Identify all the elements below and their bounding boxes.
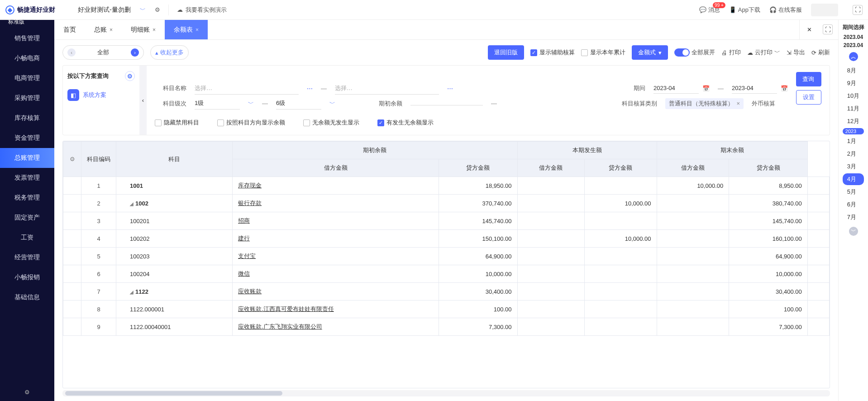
close-all-tabs-icon[interactable]: ✕: [799, 20, 819, 39]
period-selected-from[interactable]: 2023.04: [844, 33, 863, 41]
calendar-icon[interactable]: 📅: [702, 85, 710, 92]
show-year-cumulative-checkbox[interactable]: 显示本年累计: [581, 48, 625, 57]
fullscreen-icon[interactable]: ⛶: [853, 5, 863, 15]
period-from-input[interactable]: 2023-04: [653, 83, 699, 94]
period-scroll-up-icon[interactable]: ︽: [849, 52, 858, 61]
period-scroll-down-icon[interactable]: ︾: [849, 227, 858, 236]
scrollbar-thumb[interactable]: [65, 391, 282, 396]
subject-to-picker-icon[interactable]: ⋯: [447, 85, 453, 92]
month-item[interactable]: 5月: [843, 186, 864, 198]
horizontal-scrollbar[interactable]: [62, 390, 830, 396]
by-direction-checkbox[interactable]: 按照科目方向显示余额: [217, 119, 285, 127]
subject-link[interactable]: 微信: [238, 270, 250, 277]
month-item[interactable]: 6月: [843, 199, 864, 210]
system-scheme-item[interactable]: ◧ 系统方案: [67, 89, 135, 101]
month-item[interactable]: 9月: [843, 77, 864, 89]
sidebar-item[interactable]: 库存核算: [0, 108, 54, 128]
sidebar-item[interactable]: 小畅电商: [0, 48, 54, 68]
month-item[interactable]: 7月: [843, 211, 864, 223]
tab[interactable]: 明细账×: [122, 20, 165, 39]
table-row[interactable]: 91122.00040001应收账款.广东飞翔实业有限公司7,300.007,3…: [63, 318, 830, 336]
tab[interactable]: 余额表×: [165, 20, 208, 39]
expand-icon[interactable]: ◢: [130, 201, 134, 206]
subject-to-input[interactable]: 选择…: [335, 82, 439, 95]
filter-scope-pill[interactable]: ‹ 全部 ›: [62, 45, 144, 60]
sidebar-item[interactable]: 销售管理: [0, 29, 54, 48]
collapse-more-button[interactable]: ▴ 收起更多: [150, 45, 189, 60]
table-row[interactable]: 3100201招商145,740.00145,740.00: [63, 212, 830, 230]
expand-all-toggle[interactable]: 全部展开: [674, 48, 715, 57]
month-item[interactable]: 10月: [843, 90, 864, 102]
level-from-select[interactable]: 1级: [195, 97, 240, 110]
messages-button[interactable]: 💬 消息 99 +: [699, 6, 720, 14]
table-row[interactable]: 6100204微信10,000.0010,000.00: [63, 265, 830, 283]
table-row[interactable]: 81122.000001应收账款.江西真可爱布娃娃有限责任100.00100.0…: [63, 301, 830, 318]
demo-link[interactable]: ☁ 我要看实例演示: [177, 6, 227, 14]
calendar-icon[interactable]: 📅: [781, 85, 788, 92]
sidebar-item[interactable]: 固定资产: [0, 208, 54, 228]
sidebar-item[interactable]: 基础信息: [0, 287, 54, 307]
month-item[interactable]: 2月: [843, 148, 864, 160]
sidebar-item[interactable]: 税务管理: [0, 188, 54, 208]
show-aux-checkbox[interactable]: ✓ 显示辅助核算: [530, 48, 575, 57]
month-item[interactable]: 12月: [843, 115, 864, 127]
opening-balance-input[interactable]: [410, 101, 483, 105]
subject-link[interactable]: 银行存款: [238, 200, 262, 206]
sidebar-item[interactable]: 工资: [0, 228, 54, 248]
back-old-version-button[interactable]: 退回旧版: [488, 45, 524, 60]
occur-no-balance-checkbox[interactable]: ✓ 有发生无余额显示: [377, 119, 434, 127]
month-item[interactable]: 11月: [843, 103, 864, 115]
sidebar-item[interactable]: 小畅报销: [0, 267, 54, 287]
period-selected-to[interactable]: 2023.04: [844, 41, 863, 49]
sidebar-item[interactable]: 总账管理: [0, 148, 54, 168]
subject-link[interactable]: 库存现金: [238, 182, 262, 189]
collapse-query-left-icon[interactable]: ‹: [139, 65, 147, 135]
close-tab-icon[interactable]: ×: [153, 27, 156, 33]
expand-icon[interactable]: ◢: [130, 290, 134, 295]
subject-link[interactable]: 招商: [238, 217, 250, 224]
chevron-down-icon[interactable]: ﹀: [329, 100, 335, 108]
close-tab-icon[interactable]: ×: [110, 27, 113, 33]
table-row[interactable]: 2◢1002银行存款370,740.0010,000.00380,740.00: [63, 195, 830, 212]
month-item[interactable]: 8月: [843, 65, 864, 76]
no-balance-no-occur-checkbox[interactable]: 无余额无发生显示: [303, 119, 359, 127]
subject-link[interactable]: 应收账款.江西真可爱布娃娃有限责任: [238, 306, 334, 312]
refresh-button[interactable]: ⟳ 刷新: [811, 48, 830, 57]
table-row[interactable]: 5100203支付宝64,900.0064,900.00: [63, 248, 830, 265]
workspace-dropdown-icon[interactable]: ﹀: [140, 6, 146, 14]
subject-from-input[interactable]: 选择…: [195, 82, 299, 95]
support-button[interactable]: 🎧 在线客服: [769, 6, 802, 14]
subject-link[interactable]: 支付宝: [238, 253, 256, 259]
tab-fullscreen-icon[interactable]: ⛶: [823, 24, 833, 34]
level-to-select[interactable]: 6级: [276, 97, 321, 110]
sidebar-item[interactable]: 资金管理: [0, 128, 54, 148]
month-item[interactable]: 4月: [843, 173, 864, 185]
close-tab-icon[interactable]: ×: [196, 27, 199, 33]
subject-from-picker-icon[interactable]: ⋯: [307, 85, 313, 92]
scheme-settings-icon[interactable]: ⚙: [125, 71, 135, 81]
sidebar-item[interactable]: 经营管理: [0, 248, 54, 267]
sidebar-item[interactable]: 电商管理: [0, 68, 54, 88]
tab[interactable]: 首页: [54, 20, 85, 39]
account-type-tag[interactable]: 普通科目（无特殊核算） ×: [665, 98, 744, 109]
period-to-input[interactable]: 2023-04: [732, 83, 777, 94]
subject-link[interactable]: 应收账款: [238, 288, 262, 295]
subject-link[interactable]: 应收账款.广东飞翔实业有限公司: [238, 323, 322, 330]
app-download-button[interactable]: 📱 App下载: [729, 6, 760, 14]
chevron-right-icon[interactable]: ›: [131, 48, 139, 57]
export-button[interactable]: ⇲ 导出: [787, 48, 805, 57]
amount-style-dropdown[interactable]: 金额式 ▾: [632, 45, 668, 60]
query-button[interactable]: 查询: [796, 72, 821, 86]
row-settings-header-icon[interactable]: ⚙: [63, 142, 81, 177]
sidebar-item[interactable]: 采购管理: [0, 88, 54, 108]
tab[interactable]: 总账×: [85, 20, 122, 39]
sidebar-settings-icon[interactable]: ⚙: [0, 383, 54, 401]
chevron-down-icon[interactable]: ﹀: [248, 100, 254, 108]
month-item[interactable]: 1月: [843, 135, 864, 147]
chevron-left-icon[interactable]: ‹: [67, 48, 76, 57]
month-item[interactable]: 3月: [843, 161, 864, 172]
hide-disabled-checkbox[interactable]: 隐藏禁用科目: [155, 119, 199, 127]
table-row[interactable]: 7◢1122应收账款30,400.0030,400.00: [63, 283, 830, 301]
user-avatar[interactable]: [811, 4, 838, 16]
remove-tag-icon[interactable]: ×: [736, 100, 740, 107]
